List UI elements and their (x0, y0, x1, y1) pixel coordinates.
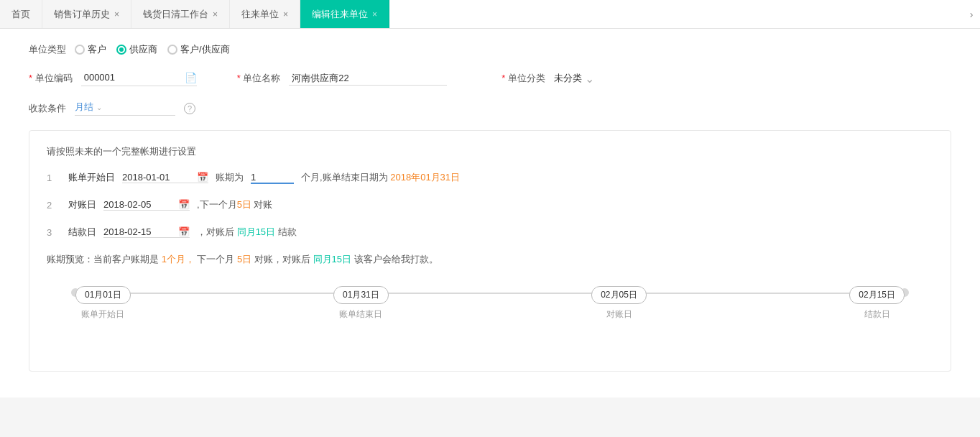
unit-code-label: 单位编码 (29, 72, 73, 85)
period-row2-date-wrap: 📅 (103, 199, 190, 211)
radio-both-label: 客户/供应商 (180, 43, 230, 56)
radio-supplier-circle (116, 45, 126, 55)
unit-name-label: 单位名称 (237, 72, 281, 85)
timeline-node2-label: 账单结束日 (339, 308, 382, 321)
unit-info-row: 单位编码 📄 单位名称 单位分类 未分类 ⌄ (29, 70, 951, 86)
unit-type-radio-group: 客户 供应商 客户/供应商 (75, 43, 230, 56)
period-row2-label: 对账日 (68, 198, 96, 211)
period-title: 请按照未来的一个完整帐期进行设置 (47, 145, 933, 158)
period-box: 请按照未来的一个完整帐期进行设置 1 账单开始日 📅 账期为 个月,账单结束日期… (29, 130, 951, 372)
period-row1-period-for: 账期为 (216, 171, 244, 184)
payment-terms-help-icon[interactable]: ? (184, 103, 195, 114)
period-row1-num: 1 (47, 172, 61, 183)
radio-customer[interactable]: 客户 (75, 43, 106, 56)
unit-category-label: 单位分类 (501, 72, 545, 85)
period-row1-label: 账单开始日 (68, 171, 115, 184)
payment-terms-value: 月结 (75, 101, 93, 114)
tab-sales-history-label: 销售订单历史 (54, 8, 110, 21)
preview-highlight3: 同月15日 (313, 254, 351, 264)
tab-cash-reconcile-close[interactable]: × (213, 10, 218, 19)
period-row1-date-wrap: 📅 (122, 172, 208, 183)
period-row2-day: 5日 (237, 199, 251, 210)
tab-cash-reconcile[interactable]: 钱货日清工作台 × (131, 0, 230, 28)
period-row1-months-unit: 个月,账单结束日期为 2018年01月31日 (301, 171, 460, 184)
period-row3-num: 3 (47, 227, 61, 238)
timeline-node-3: 02月05日 对账日 (591, 286, 647, 321)
unit-code-input[interactable] (81, 70, 182, 84)
period-row1-date-input[interactable] (122, 172, 194, 183)
tab-home[interactable]: 首页 (0, 0, 42, 28)
tab-home-label: 首页 (11, 8, 30, 21)
tab-edit-partner-close[interactable]: × (372, 10, 377, 19)
radio-customer-circle (75, 45, 85, 55)
tab-partner-close[interactable]: × (283, 10, 288, 19)
tab-sales-history[interactable]: 销售订单历史 × (42, 0, 131, 28)
timeline-node3-label: 对账日 (606, 308, 632, 321)
payment-terms-select[interactable]: 月结 ⌄ (75, 101, 175, 116)
period-row1-end-date: 2018年01月31日 (390, 172, 460, 183)
radio-both-circle (167, 45, 177, 55)
timeline-node4-pill: 02月15日 (849, 286, 905, 304)
timeline-node-2: 01月31日 账单结束日 (333, 286, 389, 321)
preview-middle: 下一个月 (197, 254, 234, 264)
period-row3-desc: ，对账后 同月15日 结款 (197, 226, 297, 239)
timeline-node1-label: 账单开始日 (81, 308, 124, 321)
timeline-node1-pill: 01月01日 (75, 286, 131, 304)
tab-cash-reconcile-label: 钱货日清工作台 (143, 8, 208, 21)
period-row3-date-input[interactable] (103, 226, 175, 237)
period-row2-num: 2 (47, 200, 61, 211)
preview-after: 对账，对账后 (254, 254, 310, 264)
period-row2-desc: ,下一个月5日 对账 (197, 198, 272, 211)
unit-code-icon[interactable]: 📄 (185, 72, 197, 83)
unit-code-input-wrap: 📄 (81, 70, 197, 86)
unit-category-arrow-icon: ⌄ (585, 72, 594, 86)
period-row3-label: 结款日 (68, 226, 96, 239)
unit-type-label: 单位类型 (29, 43, 66, 56)
payment-terms-arrow-icon: ⌄ (96, 104, 102, 111)
period-row1-calendar-icon[interactable]: 📅 (197, 172, 208, 183)
period-row-1: 1 账单开始日 📅 账期为 个月,账单结束日期为 2018年01月31日 (47, 171, 933, 184)
payment-terms-row: 收款条件 月结 ⌄ ? (29, 101, 951, 116)
period-row3-calendar-icon[interactable]: 📅 (178, 226, 190, 237)
radio-customer-label: 客户 (88, 43, 106, 56)
timeline-container: 01月01日 账单开始日 01月31日 账单结束日 02月05日 对账 (47, 280, 933, 356)
period-row-3: 3 结款日 📅 ，对账后 同月15日 结款 (47, 226, 933, 239)
period-months-input[interactable] (251, 172, 294, 184)
period-row3-date-wrap: 📅 (103, 226, 190, 238)
unit-category-value: 未分类 (554, 72, 582, 85)
preview-suffix: 该客户会给我打款。 (354, 254, 438, 264)
period-row2-date-input[interactable] (103, 199, 175, 210)
unit-name-input[interactable] (289, 71, 447, 86)
radio-supplier-label: 供应商 (129, 43, 157, 56)
unit-category-select[interactable]: 未分类 ⌄ (554, 72, 594, 86)
radio-both[interactable]: 客户/供应商 (167, 43, 230, 56)
timeline-node4-label: 结款日 (864, 308, 890, 321)
tab-edit-partner[interactable]: 编辑往来单位 × (300, 0, 389, 28)
timeline-node-1: 01月01日 账单开始日 (75, 286, 131, 321)
tab-partner[interactable]: 往来单位 × (230, 0, 300, 28)
timeline-node3-pill: 02月05日 (591, 286, 647, 304)
preview-text: 账期预览：当前客户账期是 1个月， 下一个月 5日 对账，对账后 同月15日 该… (47, 253, 933, 266)
tab-partner-label: 往来单位 (241, 8, 279, 21)
tab-scroll-right[interactable]: › (963, 0, 980, 28)
tab-sales-history-close[interactable]: × (114, 10, 119, 19)
period-row2-calendar-icon[interactable]: 📅 (178, 199, 190, 210)
timeline-nodes: 01月01日 账单开始日 01月31日 账单结束日 02月05日 对账 (75, 286, 905, 321)
radio-supplier[interactable]: 供应商 (116, 43, 157, 56)
unit-type-row: 单位类型 客户 供应商 客户/供应商 (29, 43, 951, 56)
timeline-node2-pill: 01月31日 (333, 286, 389, 304)
main-content: 单位类型 客户 供应商 客户/供应商 单位编码 📄 单位名称 单位分类 (0, 29, 980, 397)
timeline-node-4: 02月15日 结款日 (849, 286, 905, 321)
tab-bar: 首页 销售订单历史 × 钱货日清工作台 × 往来单位 × 编辑往来单位 × › (0, 0, 980, 29)
period-row-2: 2 对账日 📅 ,下一个月5日 对账 (47, 198, 933, 211)
preview-prefix: 账期预览：当前客户账期是 (47, 254, 159, 264)
tab-edit-partner-label: 编辑往来单位 (312, 8, 368, 21)
preview-highlight1: 1个月， (162, 254, 195, 264)
preview-highlight2: 5日 (237, 254, 251, 264)
payment-terms-label: 收款条件 (29, 102, 66, 115)
period-row3-day: 同月15日 (237, 226, 275, 237)
